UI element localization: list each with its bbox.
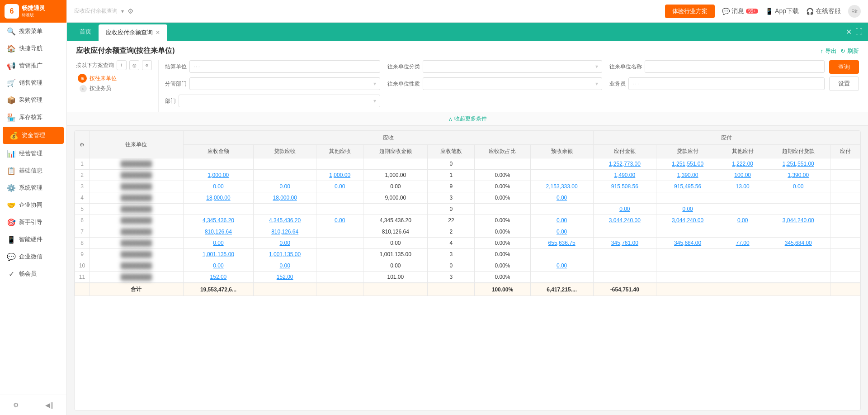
scheme-by-partner[interactable]: ⊕ 按往来单位 xyxy=(78,74,152,83)
sidebar-item-inventory[interactable]: 🏪 库存核算 xyxy=(0,109,66,126)
sidebar-item-purchase[interactable]: 📦 采购管理 xyxy=(0,91,66,109)
cell-link[interactable]: 3,044,240.00 xyxy=(672,217,703,224)
cell-link[interactable]: 0.00 xyxy=(335,217,345,224)
cell-link[interactable]: 0.00 xyxy=(619,206,630,212)
field-lwdwmc-input[interactable] xyxy=(645,60,825,73)
field-ywy-input[interactable]: ··· xyxy=(628,77,825,90)
tab-close-icon[interactable]: ✕ xyxy=(156,29,160,36)
cell-link[interactable]: 1,251,551.00 xyxy=(672,161,703,167)
cell-link[interactable]: 0.00 xyxy=(557,217,567,224)
sidebar-item-operation[interactable]: 📊 经营管理 xyxy=(0,145,66,162)
query-button[interactable]: 查询 xyxy=(829,60,859,74)
table-settings-icon[interactable]: ⚙ xyxy=(80,142,85,148)
cell-link[interactable]: 152.00 xyxy=(277,274,293,280)
export-btn[interactable]: ↑ 导出 xyxy=(821,47,837,55)
cell-link[interactable]: 655,636.75 xyxy=(548,240,576,246)
cell-link[interactable]: 1,222.00 xyxy=(732,161,753,167)
th-settings[interactable]: ⚙ xyxy=(75,131,90,158)
collapse-btn[interactable]: ∧ 收起更多条件 xyxy=(67,112,868,125)
settings-button[interactable]: 设置 xyxy=(829,76,859,91)
sidebar-item-marketing[interactable]: 📢 营销推广 xyxy=(0,57,66,74)
edit-scheme-btn[interactable]: ◎ xyxy=(129,60,139,70)
cell-link[interactable]: 915,495.56 xyxy=(674,183,701,190)
cell-link[interactable]: 3,044,240.00 xyxy=(783,217,814,224)
cell-link[interactable]: 345,761.00 xyxy=(611,240,638,246)
user-avatar[interactable]: Rit xyxy=(848,5,861,18)
sidebar-item-system[interactable]: ⚙️ 系统管理 xyxy=(0,179,66,196)
field-lwdwfl-input[interactable]: ▾ xyxy=(423,60,603,73)
tab-home[interactable]: 首页 xyxy=(72,23,99,41)
chevron-down-icon[interactable]: ▾ xyxy=(121,8,124,14)
row-ap-other: 77.00 xyxy=(719,238,766,249)
cell-link[interactable]: 1,390.00 xyxy=(677,172,698,178)
cell-link[interactable]: 810,126.64 xyxy=(205,229,232,235)
sidebar-collapse-btn[interactable]: ◀‖ xyxy=(41,399,58,411)
messages-btn[interactable]: 💬 消息 99+ xyxy=(722,7,758,15)
more-scheme-btn[interactable]: « xyxy=(142,60,152,70)
cell-link[interactable]: 1,251,551.00 xyxy=(783,161,814,167)
row-ap-other: 0.00 xyxy=(719,215,766,226)
cell-link[interactable]: 1,390.00 xyxy=(788,172,809,178)
app-download-btn[interactable]: 📱 App下载 xyxy=(765,7,799,15)
sidebar-settings-btn[interactable]: ⚙ xyxy=(9,399,24,411)
cell-link[interactable]: 152.00 xyxy=(210,274,227,280)
cell-link[interactable]: 1,252,773.00 xyxy=(609,161,641,167)
cell-link[interactable]: 3,044,240.00 xyxy=(609,217,641,224)
cell-link[interactable]: 0.00 xyxy=(557,262,567,269)
refresh-btn[interactable]: ↻ 刷新 xyxy=(840,47,859,55)
settings-icon[interactable]: ⚙ xyxy=(127,7,133,15)
cell-link[interactable]: 0.00 xyxy=(793,183,803,190)
sidebar-item-enterprise[interactable]: 🤝 企业协同 xyxy=(0,196,66,214)
cell-link[interactable]: 18,000.00 xyxy=(206,195,230,201)
cell-link[interactable]: 13.00 xyxy=(736,183,750,190)
trial-button[interactable]: 体验行业方案 xyxy=(665,5,715,18)
tab-arbalance[interactable]: 应收应付余额查询 ✕ xyxy=(99,24,167,41)
scheme-by-salesperson[interactable]: ○ 按业务员 xyxy=(78,85,152,92)
sidebar-item-hardware[interactable]: 📱 智能硬件 xyxy=(0,231,66,248)
cell-link[interactable]: 18,000.00 xyxy=(273,195,297,201)
breadcrumb: 应收应付余额查询 xyxy=(74,7,118,15)
close-window-icon[interactable]: ✕ xyxy=(846,28,852,36)
cell-link[interactable]: 100.00 xyxy=(734,172,751,178)
sidebar-item-wechat[interactable]: 💬 企业微信 xyxy=(0,248,66,265)
cell-link[interactable]: 4,345,436.20 xyxy=(203,217,234,224)
cell-link[interactable]: 0.00 xyxy=(279,183,290,190)
cell-link[interactable]: 1,001,135.00 xyxy=(269,251,301,258)
cell-link[interactable]: 1,000.00 xyxy=(329,172,350,178)
cell-link[interactable]: 0.00 xyxy=(335,183,345,190)
sidebar-item-quick-nav[interactable]: 🏠 快捷导航 xyxy=(0,40,66,57)
cell-link[interactable]: 345,684.00 xyxy=(785,240,812,246)
field-bm-input[interactable]: ▾ xyxy=(179,95,380,107)
cell-link[interactable]: 4,345,436.20 xyxy=(269,217,301,224)
cell-link[interactable]: 915,508.56 xyxy=(611,183,638,190)
cell-link[interactable]: 0.00 xyxy=(213,262,223,269)
cell-link[interactable]: 810,126.64 xyxy=(271,229,298,235)
sidebar-item-sales[interactable]: 🛒 销售管理 xyxy=(0,74,66,91)
add-scheme-btn[interactable]: + xyxy=(117,60,127,70)
cell-link[interactable]: 345,684.00 xyxy=(674,240,701,246)
cell-link[interactable]: 0.00 xyxy=(279,240,290,246)
sidebar-item-member[interactable]: ✓ 畅会员 xyxy=(0,265,66,282)
cell-link[interactable]: 0.00 xyxy=(279,262,290,269)
sidebar-item-basic[interactable]: 📋 基础信息 xyxy=(0,162,66,179)
cell-link[interactable]: 0.00 xyxy=(557,229,567,235)
sidebar-item-search-menu[interactable]: 🔍 搜索菜单 xyxy=(0,23,66,40)
cell-link[interactable]: 2,153,333.00 xyxy=(546,183,578,190)
cell-link[interactable]: 0.00 xyxy=(737,217,748,224)
field-lwdwxz-input[interactable]: ▾ xyxy=(423,77,603,90)
cell-link[interactable]: 0.00 xyxy=(682,206,693,212)
cell-link[interactable]: 0.00 xyxy=(213,240,223,246)
cell-link[interactable]: 1,001,135.00 xyxy=(203,251,234,258)
field-fgbm-input[interactable]: ▾ xyxy=(189,77,380,90)
maximize-icon[interactable]: ⛶ xyxy=(855,28,863,36)
blurred-name: ████████ xyxy=(121,262,151,269)
sidebar-item-finance[interactable]: 💰 资金管理 xyxy=(3,127,64,144)
cell-link[interactable]: 1,000.00 xyxy=(208,172,229,178)
field-jsdw-input[interactable]: ··· xyxy=(189,60,380,73)
online-service-btn[interactable]: 🎧 在线客服 xyxy=(806,7,841,15)
cell-link[interactable]: 0.00 xyxy=(213,183,223,190)
cell-link[interactable]: 77.00 xyxy=(736,240,750,246)
sidebar-item-guide[interactable]: 🎯 新手引导 xyxy=(0,214,66,231)
cell-link[interactable]: 0.00 xyxy=(557,195,567,201)
cell-link[interactable]: 1,490.00 xyxy=(614,172,635,178)
